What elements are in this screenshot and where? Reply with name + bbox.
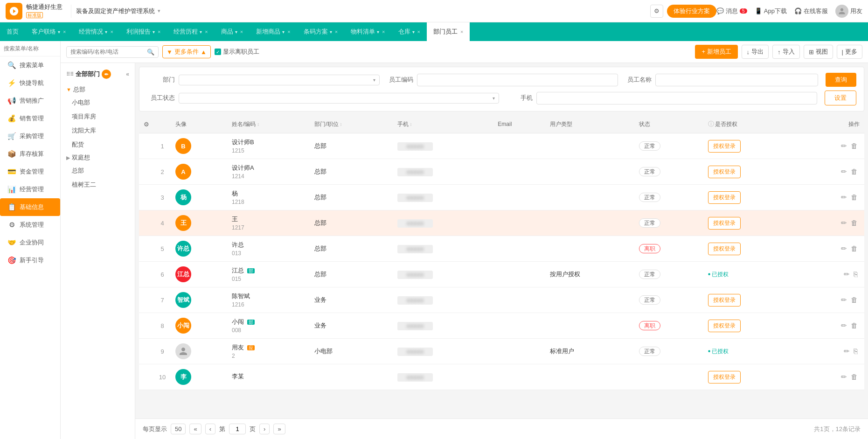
dept-group-hq[interactable]: ▼ 总部 (61, 84, 135, 96)
tab-goods[interactable]: 商品 ▾ × (215, 22, 250, 41)
filter-dept-select[interactable]: ▾ (179, 75, 380, 85)
gear-icon[interactable]: ⚙ (144, 121, 149, 128)
sidebar-item-marketing[interactable]: 📢 营销推广 (0, 92, 60, 110)
auth-button[interactable]: 授权登录 (708, 140, 741, 153)
delete-button[interactable]: 🗑 (849, 192, 860, 202)
tab-operation[interactable]: 经营情况 ▾ × (72, 22, 119, 41)
row-index: 4 (154, 210, 171, 236)
sidebar-item-shortcuts[interactable]: ⚡ 快捷导航 (0, 74, 60, 92)
edit-button[interactable]: ✏ (842, 346, 852, 356)
tab-profit[interactable]: 利润报告 ▾ × (120, 22, 167, 41)
online-service-button[interactable]: 🎧 在线客服 (794, 7, 828, 15)
next-page-button[interactable]: › (259, 424, 270, 434)
tab-history[interactable]: 经营历程 ▾ × (167, 22, 214, 41)
delete-button[interactable]: 🗑 (849, 141, 860, 151)
dept-item-zongbu[interactable]: 总部 (61, 164, 135, 178)
set-button[interactable]: 设置 (825, 91, 856, 105)
dept-item-project[interactable]: 项目库房 (61, 110, 135, 124)
sidebar-item-finance[interactable]: 💳 资金管理 (0, 163, 60, 181)
delete-button[interactable]: 🗑 (849, 167, 860, 176)
col-name-code[interactable]: 姓名/编码 (227, 115, 310, 133)
query-button[interactable]: 查询 (826, 73, 856, 87)
edit-button[interactable]: ✏ (839, 372, 849, 382)
sidebar-item-management[interactable]: 📊 经营管理 (0, 181, 60, 198)
row-user-type (545, 159, 634, 185)
per-page-value[interactable]: 50 (171, 424, 186, 434)
col-phone[interactable]: 手机 (393, 115, 493, 133)
delete-button[interactable]: 🗑 (849, 244, 860, 253)
filter-phone-input[interactable] (536, 92, 818, 105)
clone-button[interactable]: ⎘ (852, 346, 860, 356)
delete-button[interactable]: 🗑 (849, 218, 860, 228)
row-status: 离职 (634, 313, 703, 339)
user-menu[interactable]: 用友 (835, 5, 862, 18)
edit-button[interactable]: ✏ (839, 192, 849, 202)
first-page-button[interactable]: « (189, 424, 201, 434)
auth-button[interactable]: 授权登录 (708, 191, 741, 204)
edit-button[interactable]: ✏ (839, 141, 849, 151)
tab-bom[interactable]: 物料清单 ▾ × (344, 22, 391, 41)
auth-button[interactable]: 授权登录 (708, 371, 741, 383)
tab-employees[interactable]: 部门员工 × (427, 22, 470, 41)
more-filter-button[interactable]: ▼ 更多条件 ▲ (162, 45, 211, 58)
sidebar-search-input[interactable] (4, 45, 61, 52)
tab-home[interactable]: 首页 (0, 22, 25, 41)
delete-button[interactable]: 🗑 (849, 321, 860, 330)
sidebar-item-sales[interactable]: 💰 销售管理 (0, 110, 60, 127)
add-employee-button[interactable]: + 新增员工 (695, 45, 737, 59)
tab-customer[interactable]: 客户联络 ▾ × (25, 22, 72, 41)
system-dropdown-arrow[interactable]: ▾ (158, 8, 160, 14)
more-button[interactable]: | 更多 (837, 45, 862, 59)
dept-group-shuang[interactable]: ▶ 双庭想 (61, 152, 135, 164)
tab-warehouse[interactable]: 仓库 ▾ × (392, 22, 427, 41)
dept-item-xiaodian[interactable]: 小电部 (61, 96, 135, 110)
edit-button[interactable]: ✏ (839, 321, 849, 331)
sidebar-item-system[interactable]: ⚙ 系统管理 (0, 216, 60, 234)
export-button[interactable]: ↓ 导出 (742, 45, 769, 59)
sidebar-item-guide[interactable]: 🎯 新手引导 (0, 251, 60, 269)
auth-button[interactable]: 授权登录 (708, 217, 741, 230)
clone-button[interactable]: ⎘ (852, 269, 860, 279)
trial-button[interactable]: 体验行业方案 (667, 5, 716, 18)
delete-button[interactable]: 🗑 (849, 372, 860, 382)
filter-status-select[interactable]: ▾ (179, 93, 499, 104)
edit-button[interactable]: ✏ (842, 269, 852, 279)
messages-button[interactable]: 💬 消息 5 (716, 7, 747, 15)
show-inactive-toggle[interactable]: ✓ 显示离职员工 (215, 48, 259, 56)
tab-barcode[interactable]: 条码方案 ▾ × (297, 22, 344, 41)
auth-button[interactable]: 授权登录 (708, 166, 741, 178)
edit-button[interactable]: ✏ (839, 244, 849, 254)
prev-page-button[interactable]: ‹ (205, 424, 215, 434)
auth-button[interactable]: 授权登录 (708, 243, 741, 255)
dept-item-peihuo[interactable]: 配货 (61, 138, 135, 152)
auth-button[interactable]: 授权登录 (708, 320, 741, 332)
dept-item-shenyang[interactable]: 沈阳大库 (61, 124, 135, 138)
app-download-button[interactable]: 📱 App下载 (755, 7, 787, 15)
edit-button[interactable]: ✏ (839, 295, 849, 305)
gear-button[interactable]: ⚙ (650, 5, 663, 18)
search-input[interactable] (70, 49, 145, 55)
filter-empname-input[interactable] (655, 74, 818, 86)
sidebar-item-search-menu[interactable]: 🔍 搜索菜单 (0, 56, 60, 74)
edit-button[interactable]: ✏ (839, 167, 849, 177)
sidebar-item-collab[interactable]: 🤝 企业协同 (0, 234, 60, 251)
sidebar-item-inventory[interactable]: 📦 库存核算 (0, 145, 60, 163)
dept-collapse-icon[interactable]: « (126, 71, 129, 77)
dept-header[interactable]: ⠿⠿ 全部部门 ✏ « (61, 67, 135, 82)
row-gear (139, 339, 154, 364)
show-inactive-checkbox[interactable]: ✓ (215, 49, 221, 55)
col-dept-pos[interactable]: 部门/职位 (310, 115, 392, 133)
tab-add-goods[interactable]: 新增商品 ▾ × (250, 22, 297, 41)
delete-button[interactable]: 🗑 (849, 295, 860, 305)
auth-button[interactable]: 授权登录 (708, 294, 741, 307)
sidebar-item-basic-info[interactable]: 📋 基础信息 (0, 198, 60, 216)
edit-button[interactable]: ✏ (839, 218, 849, 228)
filter-empcode-input[interactable] (417, 74, 618, 86)
page-input[interactable] (229, 424, 246, 434)
dept-item-zhishu[interactable]: 植树王二 (61, 178, 135, 192)
sidebar-item-purchase[interactable]: 🛒 采购管理 (0, 127, 60, 145)
last-page-button[interactable]: » (273, 424, 285, 434)
import-button[interactable]: ↑ 导入 (772, 45, 800, 59)
view-button[interactable]: ⊞ 视图 (804, 45, 833, 59)
dept-edit-icon[interactable]: ✏ (102, 70, 111, 79)
